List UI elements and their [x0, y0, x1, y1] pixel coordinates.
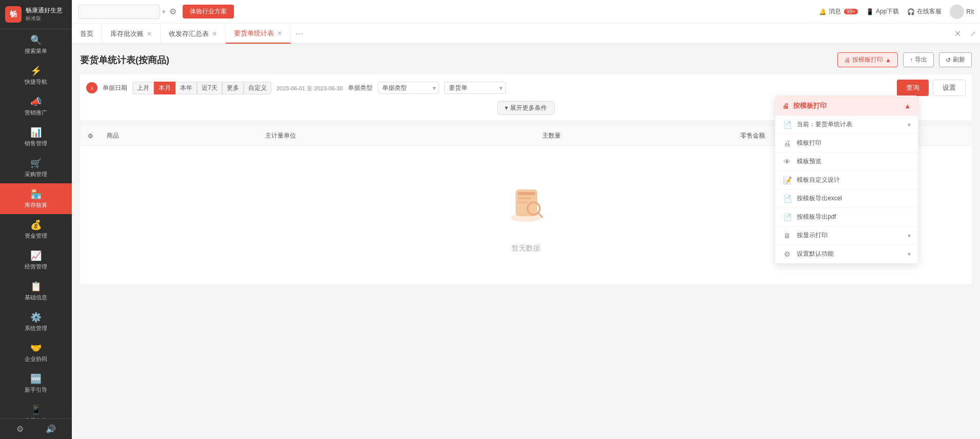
set-default-arrow: ▾: [908, 251, 911, 258]
type-select[interactable]: 单据类型: [378, 82, 439, 94]
online-service-item[interactable]: 🎧 在线客服: [907, 7, 942, 16]
export-btn[interactable]: ↑ 导出: [903, 52, 934, 67]
sidebar-item-shortcut[interactable]: ⚡ 快捷导航: [0, 60, 72, 91]
sidebar-item-sales[interactable]: 📊 销售管理: [0, 122, 72, 152]
goods-select-wrap: 要货单: [444, 82, 506, 94]
dropdown-template-pdf[interactable]: 📄 按模板导出pdf: [775, 208, 918, 226]
footer-settings-icon[interactable]: ⚙: [16, 424, 24, 434]
tab-batch-account-close[interactable]: ✕: [147, 30, 152, 37]
sidebar-item-operations-label: 经营管理: [25, 263, 47, 271]
print-btn[interactable]: 🖨 按模板打印 ▲: [837, 52, 898, 67]
date-btn-more[interactable]: 更多: [222, 82, 244, 94]
tabs-expand-btn[interactable]: ⋯: [291, 24, 307, 44]
expand-more-label: 展开更多条件: [510, 104, 547, 111]
dropdown-set-default[interactable]: ⚙ 设置默认功能 ▾: [775, 245, 918, 263]
sidebar-item-search[interactable]: 🔍 搜索菜单: [0, 29, 72, 60]
trial-btn[interactable]: 体验行业方案: [183, 5, 234, 18]
inventory-icon: 🏪: [30, 188, 42, 200]
tabs-close-all-btn[interactable]: ✕: [949, 24, 966, 44]
headset-icon: 🎧: [907, 8, 915, 15]
logo-icon: 畅: [5, 6, 22, 23]
footer-sound-icon[interactable]: 🔊: [46, 424, 56, 434]
dropdown-collapse-icon: ▲: [904, 102, 911, 110]
print-chevron-icon: ▲: [885, 56, 891, 64]
tab-order-stats-close[interactable]: ✕: [277, 30, 282, 37]
phone-icon: 📱: [866, 8, 874, 15]
filter-action-btns: 查询 设置: [897, 80, 966, 96]
dropdown-template-preview[interactable]: 👁 模板预览: [775, 152, 918, 171]
tab-batch-account[interactable]: 库存批次账 ✕: [102, 24, 161, 44]
svg-rect-4: [518, 201, 528, 203]
dropdown-template-print[interactable]: 🖨 模板打印: [775, 134, 918, 152]
tabs-fullscreen-btn[interactable]: ⤢: [966, 24, 980, 44]
col-settings[interactable]: ⚙: [80, 126, 101, 146]
filter-expand-arrow[interactable]: ›: [86, 82, 97, 93]
logo-name: 畅康通好生意: [26, 7, 63, 15]
filter-settings-btn[interactable]: 设置: [933, 80, 966, 96]
tab-receipt-summary[interactable]: 收发存汇总表 ✕: [161, 24, 226, 44]
col-goods: 商品: [101, 126, 259, 146]
template-preview-label: 模板预览: [797, 157, 821, 166]
date-btn-custom[interactable]: 自定义: [244, 82, 271, 94]
sidebar-item-base[interactable]: 📋 基础信息: [0, 276, 72, 307]
marketing-icon: 📣: [30, 96, 42, 107]
guide-icon: 🆕: [30, 373, 42, 385]
date-btn-curr-month[interactable]: 本月: [154, 82, 175, 94]
refresh-btn[interactable]: ↺ 刷新: [939, 52, 972, 67]
logo-sub: 标准版: [26, 15, 63, 22]
date-btn-curr-year[interactable]: 本年: [175, 82, 197, 94]
dropdown-template-excel[interactable]: 📄 按模板导出excel: [775, 189, 918, 208]
template-pdf-icon: 📄: [782, 213, 792, 221]
page-header: 要货单统计表(按商品) 🖨 按模板打印 ▲ ↑ 导出 ↺ 刷新: [80, 52, 972, 67]
sidebar-item-collab[interactable]: 🤝 企业协同: [0, 337, 72, 368]
sidebar-item-finance-label: 资金管理: [25, 232, 47, 240]
empty-illustration: [500, 177, 552, 238]
date-btn-prev-month[interactable]: 上月: [132, 82, 154, 94]
date-btn-7days[interactable]: 近7天: [197, 82, 222, 94]
sidebar-footer: ⚙ 🔊: [0, 418, 72, 439]
type-select-wrap: 单据类型: [378, 82, 439, 94]
main-area: ▾ ⚙ 体验行业方案 🔔 消息 99+ 📱 App下载 🎧 在线客服 Rit: [72, 0, 980, 439]
display-print-icon: 🖥: [782, 232, 792, 240]
printer-icon: 🖨: [844, 56, 850, 64]
template-excel-icon: 📄: [782, 195, 792, 203]
user-item[interactable]: Rit: [950, 5, 974, 19]
sidebar-item-guide[interactable]: 🆕 新手引导: [0, 368, 72, 399]
type-label: 单据类型: [348, 84, 373, 92]
app-download-item[interactable]: 📱 App下载: [866, 7, 899, 16]
sidebar-item-operations[interactable]: 📈 经营管理: [0, 245, 72, 276]
search-icon: 🔍: [30, 34, 42, 46]
tab-bar: 首页 库存批次账 ✕ 收发存汇总表 ✕ 要货单统计表 ✕ ⋯ ✕ ⤢: [72, 24, 980, 44]
topbar-search-input[interactable]: [78, 5, 160, 19]
display-print-arrow: ▾: [908, 232, 911, 239]
sidebar-item-sales-label: 销售管理: [25, 140, 47, 147]
sidebar-item-inventory-label: 库存核算: [25, 201, 47, 209]
shortcut-icon: ⚡: [30, 65, 42, 77]
sidebar-item-system[interactable]: ⚙️ 系统管理: [0, 307, 72, 337]
template-print-icon: 🖨: [782, 139, 792, 147]
tab-home[interactable]: 首页: [72, 24, 102, 44]
dropdown-header[interactable]: 🖨 按模板打印 ▲: [775, 96, 918, 116]
tab-home-label: 首页: [80, 29, 93, 39]
print-dropdown: 🖨 按模板打印 ▲ 📄 当前：要货单统计表 ▾ 🖨 模板打印 👁 模板预览 📝: [775, 96, 918, 264]
query-btn[interactable]: 查询: [897, 80, 929, 96]
topbar-chevron-icon: ▾: [162, 8, 165, 15]
app-download-label: App下载: [876, 7, 899, 16]
sidebar-item-finance[interactable]: 💰 资金管理: [0, 214, 72, 245]
svg-rect-3: [518, 197, 531, 199]
print-btn-label: 按模板打印: [852, 55, 883, 64]
tab-order-stats[interactable]: 要货单统计表 ✕: [226, 24, 291, 44]
date-label: 单据日期: [103, 84, 127, 92]
sidebar-item-purchase[interactable]: 🛒 采购管理: [0, 152, 72, 183]
sidebar-item-inventory[interactable]: 🏪 库存核算: [0, 183, 72, 214]
dropdown-display-print[interactable]: 🖥 按显示打印 ▾: [775, 226, 918, 245]
sidebar-item-appstore[interactable]: 📱 应用中心: [0, 399, 72, 418]
topbar-gear-icon[interactable]: ⚙: [169, 7, 177, 16]
sidebar-item-marketing[interactable]: 📣 营销推广: [0, 91, 72, 122]
goods-select[interactable]: 要货单: [444, 82, 506, 94]
tab-receipt-summary-close[interactable]: ✕: [212, 30, 217, 37]
expand-more-btn[interactable]: ▾ 展开更多条件: [497, 101, 554, 115]
messages-item[interactable]: 🔔 消息 99+: [819, 7, 858, 16]
dropdown-template-custom[interactable]: 📝 模板自定义设计: [775, 171, 918, 189]
dropdown-current-item[interactable]: 📄 当前：要货单统计表 ▾: [775, 116, 918, 134]
